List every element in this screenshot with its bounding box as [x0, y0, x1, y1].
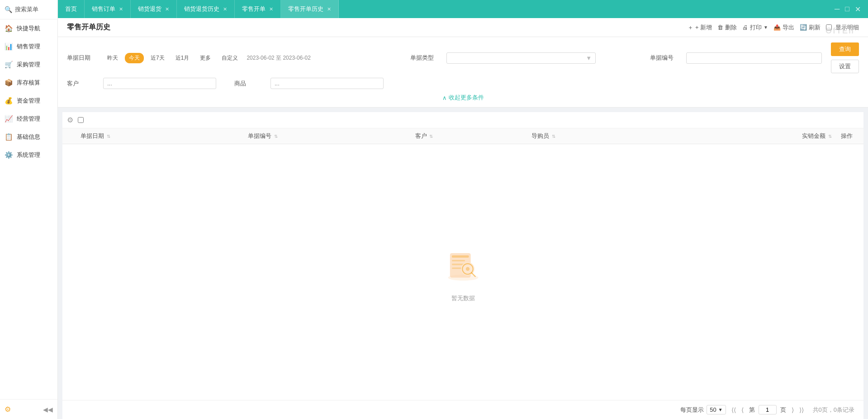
date-1month[interactable]: 近1月: [171, 53, 194, 63]
sidebar-item-label: 快捷导航: [17, 24, 40, 33]
customer-input[interactable]: [103, 78, 216, 89]
col-bill-no-sort[interactable]: ⇅: [274, 134, 278, 139]
tab-return-close[interactable]: ✕: [165, 6, 169, 12]
page-next-btn[interactable]: ⟩: [790, 405, 796, 414]
window-restore-icon[interactable]: □: [842, 5, 852, 13]
settings-button[interactable]: 设置: [831, 60, 859, 73]
query-button[interactable]: 查询: [831, 42, 859, 56]
sidebar-search[interactable]: 🔍 搜索菜单: [0, 0, 57, 19]
select-all-checkbox[interactable]: [78, 117, 84, 123]
bill-type-select[interactable]: ▼: [446, 52, 596, 64]
print-button[interactable]: 🖨 打印 ▼: [742, 24, 768, 32]
date-7days[interactable]: 近7天: [147, 53, 169, 63]
add-icon: ＋: [688, 24, 693, 32]
page-title: 零售开单历史: [67, 23, 110, 32]
export-button[interactable]: 📤 导出: [773, 24, 794, 32]
per-page-label: 每页显示: [680, 406, 704, 414]
col-guide-label: 导购员: [531, 132, 549, 139]
page-last-btn[interactable]: ⟩⟩: [797, 405, 806, 414]
table-area: ⚙ 单据日期 ⇅ 单据编号 ⇅ 客户 ⇅: [62, 112, 863, 400]
tab-retail-history-close[interactable]: ✕: [327, 6, 331, 12]
page-size-value: 50: [710, 406, 716, 413]
trending-icon: 📈: [5, 115, 13, 123]
sidebar-item-label: 销售管理: [17, 42, 40, 51]
date-today[interactable]: 今天: [125, 53, 144, 63]
display-detail-check[interactable]: [826, 24, 832, 30]
window-close-icon[interactable]: ✕: [852, 5, 863, 14]
col-ops-label: 操作: [841, 132, 853, 139]
col-guide[interactable]: 导购员 ⇅: [527, 128, 669, 144]
col-amount[interactable]: 实销金额 ⇅: [669, 128, 836, 144]
page-prev-btn[interactable]: ⟨: [740, 405, 745, 414]
tab-return-history-label: 销货退货历史: [184, 5, 219, 13]
page-number-input[interactable]: 1: [759, 405, 777, 414]
sidebar-item-label: 库存核算: [17, 79, 40, 87]
collapse-filter-btn[interactable]: ∧ 收起更多条件: [442, 94, 484, 102]
window-minimize-icon[interactable]: ─: [832, 5, 842, 13]
filter-row-2: 客户 商品: [67, 78, 859, 89]
col-guide-sort[interactable]: ⇅: [552, 134, 555, 139]
add-label: + 新增: [695, 24, 712, 32]
col-amount-sort[interactable]: ⇅: [828, 134, 832, 139]
sidebar-item-quicknav[interactable]: 🏠 快捷导航: [0, 19, 57, 38]
display-detail-checkbox[interactable]: 显示明细: [826, 24, 859, 32]
tab-sales-order[interactable]: 销售订单 ✕: [85, 0, 131, 18]
pagination: 每页显示 50 ▼ ⟨⟨ ⟨ 第 1 页 ⟩ ⟩⟩ 共0页，0条记录: [62, 400, 863, 419]
date-more[interactable]: 更多: [196, 53, 215, 63]
refresh-button[interactable]: 🔄 刷新: [800, 24, 821, 32]
data-table: 单据日期 ⇅ 单据编号 ⇅ 客户 ⇅ 导购员 ⇅: [62, 128, 863, 144]
bill-no-input[interactable]: [686, 52, 822, 64]
page-size-select[interactable]: 50 ▼: [707, 405, 726, 414]
sidebar-item-sales[interactable]: 📊 销售管理: [0, 38, 57, 56]
sidebar-item-inventory[interactable]: 📦 库存核算: [0, 74, 57, 92]
sidebar-item-basic[interactable]: 📋 基础信息: [0, 128, 57, 146]
tab-return-history[interactable]: 销货退货历史 ✕: [177, 0, 235, 18]
print-dropdown-icon: ▼: [764, 25, 768, 30]
bottom-gear-icon[interactable]: ⚙: [5, 405, 11, 414]
sidebar-bottom: ⚙ ◀◀: [0, 399, 57, 419]
tab-retail-history-label: 零售开单历史: [288, 5, 323, 13]
tab-retail-order[interactable]: 零售开单 ✕: [235, 0, 281, 18]
goods-label: 商品: [234, 80, 261, 88]
col-customer-sort[interactable]: ⇅: [429, 134, 433, 139]
col-bill-no-label: 单据编号: [248, 132, 271, 139]
box-icon: 📦: [5, 79, 13, 87]
col-date[interactable]: 单据日期 ⇅: [76, 128, 243, 144]
sidebar-item-system[interactable]: ⚙️ 系统管理: [0, 146, 57, 164]
delete-button[interactable]: 🗑 删除: [717, 24, 737, 32]
header-actions: ＋ + 新增 🗑 删除 🖨 打印 ▼ 📤 导出 🔄 刷新: [688, 24, 859, 32]
tab-home[interactable]: 首页: [58, 0, 85, 18]
sidebar-item-purchase[interactable]: 🛒 采购管理: [0, 56, 57, 74]
sidebar-item-management[interactable]: 📈 经营管理: [0, 110, 57, 128]
tab-sales-order-close[interactable]: ✕: [119, 6, 123, 12]
svg-rect-3: [452, 260, 465, 261]
tab-return-history-close[interactable]: ✕: [223, 6, 227, 12]
tab-retail-history[interactable]: 零售开单历史 ✕: [281, 0, 339, 18]
date-yesterday[interactable]: 昨天: [103, 53, 122, 63]
sidebar-item-label: 资金管理: [17, 97, 40, 105]
empty-state: 暂无数据: [62, 144, 863, 400]
sidebar-item-label: 采购管理: [17, 61, 40, 69]
tab-retail-order-close[interactable]: ✕: [269, 6, 273, 12]
tab-return[interactable]: 销货退货 ✕: [131, 0, 177, 18]
sidebar-item-finance[interactable]: 💰 资金管理: [0, 92, 57, 110]
table-header-row: 单据日期 ⇅ 单据编号 ⇅ 客户 ⇅ 导购员 ⇅: [62, 128, 863, 144]
main-content: 首页 销售订单 ✕ 销货退货 ✕ 销货退货历史 ✕ 零售开单 ✕ 零售开单历史 …: [58, 0, 868, 419]
collapse-sidebar-icon[interactable]: ◀◀: [43, 406, 53, 413]
empty-text: 暂无数据: [451, 294, 475, 302]
delete-label: 删除: [725, 24, 737, 32]
page-btns: ⟨⟨ ⟨ 第 1 页 ⟩ ⟩⟩: [730, 405, 806, 414]
goods-input[interactable]: [270, 78, 384, 89]
date-custom[interactable]: 自定义: [218, 53, 242, 63]
list-icon: 📋: [5, 133, 13, 141]
page-first-btn[interactable]: ⟨⟨: [730, 405, 738, 414]
col-customer[interactable]: 客户 ⇅: [411, 128, 527, 144]
col-date-sort[interactable]: ⇅: [107, 134, 110, 139]
col-bill-no[interactable]: 单据编号 ⇅: [243, 128, 411, 144]
tab-return-label: 销货退货: [138, 5, 161, 13]
cart-icon: 🛒: [5, 61, 13, 69]
add-button[interactable]: ＋ + 新增: [688, 24, 712, 32]
column-settings-icon[interactable]: ⚙: [67, 116, 73, 124]
sidebar-item-label: 系统管理: [17, 151, 40, 159]
tab-home-label: 首页: [65, 5, 77, 13]
